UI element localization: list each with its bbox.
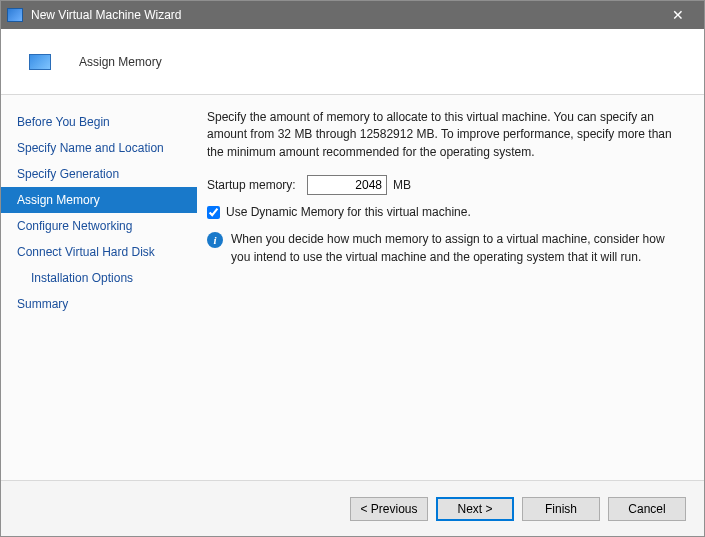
next-button[interactable]: Next > xyxy=(436,497,514,521)
info-text: When you decide how much memory to assig… xyxy=(231,231,684,266)
info-box: i When you decide how much memory to ass… xyxy=(207,231,684,266)
description-text: Specify the amount of memory to allocate… xyxy=(207,109,684,161)
startup-memory-row: Startup memory: MB xyxy=(207,175,684,195)
wizard-body: Before You Begin Specify Name and Locati… xyxy=(1,95,704,480)
previous-button[interactable]: < Previous xyxy=(350,497,428,521)
window-title: New Virtual Machine Wizard xyxy=(31,8,658,22)
startup-memory-unit: MB xyxy=(393,178,411,192)
dynamic-memory-checkbox[interactable] xyxy=(207,206,220,219)
startup-memory-input[interactable] xyxy=(307,175,387,195)
nav-specify-generation[interactable]: Specify Generation xyxy=(1,161,197,187)
nav-before-you-begin[interactable]: Before You Begin xyxy=(1,109,197,135)
monitor-icon xyxy=(29,54,51,70)
finish-button[interactable]: Finish xyxy=(522,497,600,521)
page-title: Assign Memory xyxy=(79,55,162,69)
nav-summary[interactable]: Summary xyxy=(1,291,197,317)
wizard-footer: < Previous Next > Finish Cancel xyxy=(1,480,704,536)
dynamic-memory-label: Use Dynamic Memory for this virtual mach… xyxy=(226,205,471,219)
startup-memory-label: Startup memory: xyxy=(207,178,307,192)
dynamic-memory-row[interactable]: Use Dynamic Memory for this virtual mach… xyxy=(207,205,684,219)
wizard-window: New Virtual Machine Wizard ✕ Assign Memo… xyxy=(0,0,705,537)
app-icon xyxy=(7,8,23,22)
close-icon[interactable]: ✕ xyxy=(658,1,698,29)
nav-configure-networking[interactable]: Configure Networking xyxy=(1,213,197,239)
nav-installation-options[interactable]: Installation Options xyxy=(1,265,197,291)
wizard-content: Specify the amount of memory to allocate… xyxy=(197,95,704,480)
wizard-header: Assign Memory xyxy=(1,29,704,95)
nav-connect-vhd[interactable]: Connect Virtual Hard Disk xyxy=(1,239,197,265)
titlebar: New Virtual Machine Wizard ✕ xyxy=(1,1,704,29)
nav-specify-name-location[interactable]: Specify Name and Location xyxy=(1,135,197,161)
nav-assign-memory[interactable]: Assign Memory xyxy=(1,187,197,213)
cancel-button[interactable]: Cancel xyxy=(608,497,686,521)
info-icon: i xyxy=(207,232,223,248)
wizard-nav: Before You Begin Specify Name and Locati… xyxy=(1,95,197,480)
